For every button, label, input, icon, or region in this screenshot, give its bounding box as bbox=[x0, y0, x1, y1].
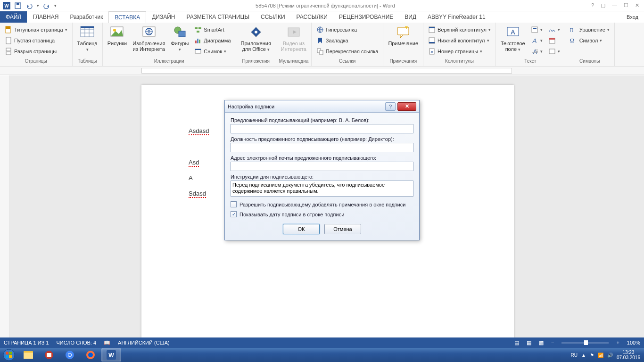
task-explorer[interactable] bbox=[18, 348, 38, 362]
start-button[interactable] bbox=[0, 348, 18, 362]
crossref-button[interactable]: Перекрестная ссылка bbox=[314, 46, 380, 57]
email-input[interactable] bbox=[231, 162, 413, 171]
smartart-label: SmartArt bbox=[204, 27, 224, 33]
save-icon[interactable] bbox=[14, 2, 22, 9]
dialog-close-icon[interactable]: ✕ bbox=[397, 102, 416, 111]
page-break-button[interactable]: Разрыв страницы bbox=[3, 46, 69, 57]
system-tray: RU ▲ ⚑ 📶 🔊 13:23 07.03.2016 bbox=[571, 350, 644, 360]
view-print-icon[interactable]: ▦ bbox=[527, 340, 531, 346]
ok-button[interactable]: ОК bbox=[283, 224, 320, 234]
dialog-titlebar[interactable]: Настройка подписи ? ✕ bbox=[225, 100, 419, 113]
svg-rect-7 bbox=[6, 48, 11, 51]
tray-flag-icon[interactable]: ▲ bbox=[581, 353, 586, 358]
task-app-red[interactable] bbox=[39, 348, 59, 362]
footer-button[interactable]: Нижний колонтитул▾ bbox=[426, 35, 493, 46]
minimize-icon[interactable]: — bbox=[612, 2, 617, 8]
tray-clock[interactable]: 13:23 07.03.2016 bbox=[617, 350, 640, 360]
tab-view[interactable]: ВИД bbox=[399, 11, 422, 23]
tab-design[interactable]: ДИЗАЙН bbox=[146, 11, 181, 23]
view-readmode-icon[interactable]: ▤ bbox=[514, 340, 519, 346]
apps-button[interactable]: Приложениядля Office ▾ bbox=[238, 24, 274, 52]
tray-network-icon[interactable]: 📶 bbox=[598, 353, 603, 358]
close-icon[interactable]: ✕ bbox=[635, 2, 639, 8]
vertical-ruler[interactable] bbox=[0, 75, 9, 337]
bookmark-button[interactable]: Закладка bbox=[314, 35, 380, 46]
svg-rect-6 bbox=[6, 37, 11, 44]
footer-label: Нижний колонтитул bbox=[438, 38, 485, 43]
pictures-button[interactable]: Рисунки bbox=[105, 24, 130, 46]
show-date-row[interactable]: ✓ Показывать дату подписи в строке подпи… bbox=[231, 211, 413, 217]
table-button[interactable]: Таблица▾ bbox=[74, 24, 100, 52]
tab-insert[interactable]: ВСТАВКА bbox=[108, 11, 146, 23]
cover-page-button[interactable]: Титульная страница▾ bbox=[3, 25, 69, 35]
equation-button[interactable]: πУравнение▾ bbox=[568, 25, 611, 35]
symbol-button[interactable]: ΩСимвол▾ bbox=[568, 35, 611, 46]
status-proofing-icon[interactable]: 📖 bbox=[104, 340, 110, 346]
sign-in[interactable]: Вход bbox=[627, 11, 644, 23]
horizontal-ruler[interactable] bbox=[0, 66, 644, 75]
tab-abbyy[interactable]: ABBYY FineReader 11 bbox=[422, 11, 491, 23]
zoom-level[interactable]: 100% bbox=[627, 340, 640, 346]
signer-input[interactable] bbox=[231, 124, 413, 133]
textbox-button[interactable]: AТекстовоеполе ▾ bbox=[498, 24, 528, 52]
online-pictures-button[interactable]: Изображенияиз Интернета bbox=[130, 24, 168, 52]
blank-page-button[interactable]: Пустая страница bbox=[3, 35, 69, 46]
screenshot-button[interactable]: Снимок▾ bbox=[192, 46, 232, 57]
wordart-button[interactable]: A▾ bbox=[529, 35, 545, 46]
doc-line-2[interactable]: Asd bbox=[189, 159, 199, 167]
redo-icon[interactable] bbox=[43, 2, 50, 9]
view-web-icon[interactable]: ▩ bbox=[539, 340, 544, 346]
undo-icon[interactable] bbox=[25, 2, 33, 9]
ribbon-options-icon[interactable]: ▢ bbox=[601, 2, 605, 8]
tray-volume-icon[interactable]: 🔊 bbox=[607, 353, 613, 358]
status-page[interactable]: СТРАНИЦА 1 ИЗ 1 bbox=[4, 340, 49, 346]
header-button[interactable]: Верхний колонтитул▾ bbox=[426, 25, 493, 35]
tab-layout[interactable]: РАЗМЕТКА СТРАНИЦЫ bbox=[181, 11, 256, 23]
doc-line-3[interactable]: A bbox=[189, 174, 193, 181]
tab-home[interactable]: ГЛАВНАЯ bbox=[27, 11, 64, 23]
help-icon[interactable]: ? bbox=[591, 2, 594, 8]
tab-file[interactable]: ФАЙЛ bbox=[0, 11, 27, 23]
tray-lang[interactable]: RU bbox=[571, 353, 578, 358]
pagenum-button[interactable]: #Номер страницы▾ bbox=[426, 46, 493, 57]
signer-title-input[interactable] bbox=[231, 143, 413, 152]
datetime-button[interactable] bbox=[546, 35, 562, 46]
task-chrome[interactable] bbox=[60, 348, 80, 362]
object-button[interactable]: ▾ bbox=[546, 46, 562, 57]
hyperlink-button[interactable]: Гиперссылка bbox=[314, 25, 380, 35]
tab-review[interactable]: РЕЦЕНЗИРОВАНИЕ bbox=[333, 11, 399, 23]
zoom-slider[interactable] bbox=[561, 342, 609, 344]
doc-line-1[interactable]: Asdasd bbox=[189, 127, 209, 135]
cancel-button[interactable]: Отмена bbox=[324, 224, 361, 234]
comment-button[interactable]: Примечание bbox=[385, 24, 421, 46]
status-lang[interactable]: АНГЛИЙСКИЙ (США) bbox=[118, 340, 170, 346]
allow-comments-row[interactable]: Разрешить подписывающему добавлять приме… bbox=[231, 201, 413, 207]
tray-action-icon[interactable]: ⚑ bbox=[590, 353, 594, 358]
zoom-in-icon[interactable]: + bbox=[616, 340, 619, 346]
status-words[interactable]: ЧИСЛО СЛОВ: 4 bbox=[57, 340, 97, 346]
page-break-label: Разрыв страницы bbox=[14, 49, 57, 54]
tab-mailings[interactable]: РАССЫЛКИ bbox=[291, 11, 333, 23]
undo-dropdown[interactable]: ▾ bbox=[37, 3, 39, 8]
zoom-out-icon[interactable]: − bbox=[551, 340, 554, 346]
doc-line-4[interactable]: Sdasd bbox=[189, 190, 206, 198]
signature-button[interactable]: ▾ bbox=[546, 25, 562, 35]
instructions-textarea[interactable]: Перед подписанием документа убедитесь, ч… bbox=[231, 181, 413, 197]
show-date-checkbox[interactable]: ✓ bbox=[231, 211, 237, 217]
dropcap-button[interactable]: A▾ bbox=[529, 46, 545, 57]
group-apps: Приложениядля Office ▾ Приложения bbox=[236, 23, 276, 66]
tab-references[interactable]: ССЫЛКИ bbox=[255, 11, 290, 23]
svg-rect-61 bbox=[47, 353, 51, 357]
task-firefox[interactable] bbox=[81, 348, 100, 362]
task-word[interactable]: W bbox=[101, 348, 121, 362]
smartart-button[interactable]: SmartArt bbox=[192, 25, 232, 35]
allow-comments-checkbox[interactable] bbox=[231, 201, 237, 207]
chart-button[interactable]: Диаграмма bbox=[192, 35, 232, 46]
symbol-label: Символ bbox=[579, 38, 598, 43]
dialog-help-icon[interactable]: ? bbox=[385, 102, 396, 111]
maximize-icon[interactable]: ☐ bbox=[624, 2, 628, 8]
shapes-button[interactable]: Фигуры▾ bbox=[168, 24, 191, 52]
quickparts-button[interactable]: ▾ bbox=[529, 25, 545, 35]
qat-customize[interactable]: ▾ bbox=[54, 3, 57, 8]
tab-developer[interactable]: Разработчик bbox=[64, 11, 108, 23]
